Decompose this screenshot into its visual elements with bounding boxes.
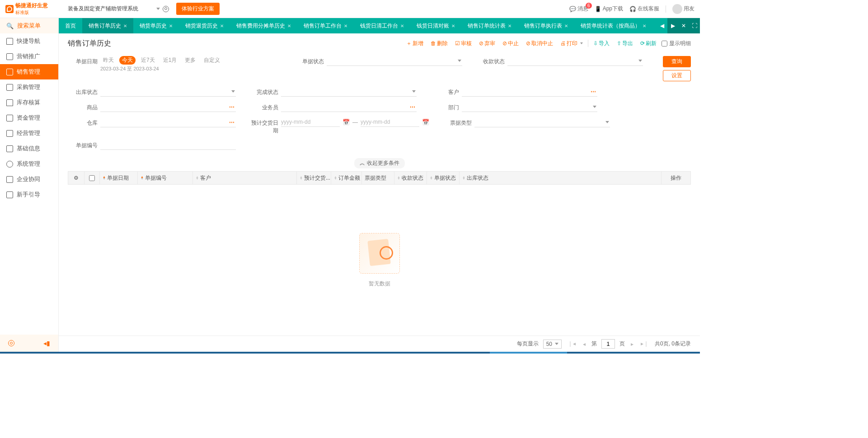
sidebar-item-collab[interactable]: 企业协同 bbox=[0, 172, 58, 187]
settings-button[interactable]: 设置 bbox=[663, 70, 691, 81]
stop-button[interactable]: ⊘中止 bbox=[500, 38, 521, 49]
close-icon[interactable]: ✕ bbox=[508, 23, 511, 28]
th-settings[interactable]: ⚙ bbox=[68, 172, 84, 184]
try-industry-button[interactable]: 体验行业方案 bbox=[176, 3, 220, 15]
tab-expense-alloc[interactable]: 销售费用分摊单历史✕ bbox=[230, 18, 297, 33]
th-checkbox[interactable] bbox=[84, 172, 100, 184]
add-button[interactable]: ＋新增 bbox=[404, 38, 426, 49]
page-input[interactable] bbox=[601, 339, 615, 349]
tab-order-exec[interactable]: 销售订单执行表✕ bbox=[518, 18, 574, 33]
sidebar-item-system[interactable]: 系统管理 bbox=[0, 156, 58, 172]
select-pay-status[interactable] bbox=[507, 56, 643, 66]
sidebar-item-inventory[interactable]: 库存核算 bbox=[0, 95, 58, 110]
close-icon[interactable]: ✕ bbox=[564, 23, 568, 28]
select-done-status[interactable] bbox=[281, 87, 417, 97]
th-date[interactable]: ▲▼单据日期 bbox=[100, 172, 138, 184]
picker-goods[interactable]: ⋯ bbox=[100, 102, 236, 112]
query-button[interactable]: 查询 bbox=[663, 56, 691, 67]
system-settings-icon[interactable] bbox=[163, 6, 169, 12]
tab-return-history[interactable]: 销货退货历史✕ bbox=[179, 18, 230, 33]
input-est-to[interactable] bbox=[361, 117, 419, 127]
chip-yesterday[interactable]: 昨天 bbox=[100, 56, 117, 65]
chip-custom[interactable]: 自定义 bbox=[201, 56, 223, 65]
th-no[interactable]: ▲▼单据编号 bbox=[138, 172, 193, 184]
page-prev[interactable]: ◂ bbox=[582, 341, 587, 347]
input-est-from[interactable] bbox=[281, 117, 340, 127]
close-icon[interactable]: ✕ bbox=[344, 23, 347, 28]
page-first[interactable]: ｜◂ bbox=[566, 340, 577, 348]
tab-sales-order-history[interactable]: 销售订单历史✕ bbox=[82, 18, 133, 33]
sidebar-item-quicknav[interactable]: 快捷导航 bbox=[0, 33, 58, 49]
tab-scroll-right[interactable]: ▶ bbox=[667, 18, 678, 33]
calendar-icon[interactable]: 📅 bbox=[343, 119, 350, 126]
tab-daily-workbench[interactable]: 钱货日清工作台✕ bbox=[354, 18, 410, 33]
close-icon[interactable]: ✕ bbox=[287, 23, 291, 28]
chip-7d[interactable]: 近7天 bbox=[138, 56, 158, 65]
collapse-conditions-button[interactable]: ︽收起更多条件 bbox=[354, 158, 405, 168]
tab-scroll-left[interactable]: ◀ bbox=[657, 18, 667, 33]
messages-button[interactable]: 💬 消息 6 bbox=[569, 5, 588, 13]
show-detail-checkbox[interactable] bbox=[662, 41, 667, 47]
close-icon[interactable]: ✕ bbox=[123, 23, 127, 28]
chip-today[interactable]: 今天 bbox=[119, 56, 136, 65]
calendar-icon[interactable]: 📅 bbox=[422, 119, 429, 126]
th-paystatus[interactable]: ▲▼收款状态 bbox=[394, 172, 427, 184]
picker-customer[interactable]: ⋯ bbox=[462, 87, 597, 97]
sidebar-collapse-icon[interactable]: ◂▮ bbox=[43, 340, 50, 347]
show-detail-toggle[interactable]: 显示明细 bbox=[662, 40, 691, 47]
audit-button[interactable]: ☑审核 bbox=[453, 38, 474, 49]
picker-bizman[interactable]: ⋯ bbox=[281, 102, 417, 112]
tab-close-all[interactable]: ✕ bbox=[678, 18, 689, 33]
th-amount[interactable]: ▲▼订单金额 bbox=[331, 172, 362, 184]
sidebar-item-sales[interactable]: 销售管理 bbox=[0, 64, 58, 79]
close-icon[interactable]: ✕ bbox=[643, 23, 646, 28]
chip-1m[interactable]: 近1月 bbox=[160, 56, 180, 65]
th-customer[interactable]: ▲▼客户 bbox=[193, 172, 297, 184]
tab-daily-recon[interactable]: 钱货日清对账✕ bbox=[410, 18, 461, 33]
chip-more[interactable]: 更多 bbox=[182, 56, 198, 65]
select-ticket-type[interactable] bbox=[474, 117, 610, 127]
unstop-button[interactable]: ⊘取消中止 bbox=[524, 38, 555, 49]
picker-warehouse[interactable]: ⋯ bbox=[100, 117, 236, 127]
system-dropdown[interactable]: 装备及固定资产辅助管理系统 bbox=[68, 4, 160, 14]
sidebar-item-purchase[interactable]: 采购管理 bbox=[0, 79, 58, 95]
th-delivery[interactable]: ▲▼预计交货... bbox=[297, 172, 331, 184]
close-icon[interactable]: ✕ bbox=[400, 23, 404, 28]
close-icon[interactable]: ✕ bbox=[451, 23, 455, 28]
th-outstatus[interactable]: ▲▼出库状态 bbox=[460, 172, 662, 184]
sidebar-item-basedata[interactable]: 基础信息 bbox=[0, 141, 58, 156]
export-button[interactable]: ⇧导出 bbox=[615, 38, 635, 49]
user-menu[interactable]: 用友 bbox=[672, 4, 694, 14]
app-download-button[interactable]: 📱 App下载 bbox=[595, 5, 623, 13]
th-ticket[interactable]: 票据类型 bbox=[362, 172, 394, 184]
support-button[interactable]: 🎧 在线客服 bbox=[629, 5, 659, 13]
sidebar-settings-icon[interactable] bbox=[8, 340, 14, 346]
discard-button[interactable]: ⊘弃审 bbox=[477, 38, 497, 49]
sidebar-item-marketing[interactable]: 营销推广 bbox=[0, 49, 58, 64]
input-bill-no[interactable] bbox=[100, 140, 236, 150]
page-last[interactable]: ▸｜ bbox=[639, 340, 650, 348]
sidebar-item-guide[interactable]: 新手引导 bbox=[0, 187, 58, 202]
page-next[interactable]: ▸ bbox=[629, 341, 635, 347]
tab-sales-bill-history[interactable]: 销货单历史✕ bbox=[133, 18, 179, 33]
import-button[interactable]: ⇩导入 bbox=[591, 38, 612, 49]
sidebar-item-operation[interactable]: 经营管理 bbox=[0, 126, 58, 141]
tab-home[interactable]: 首页 bbox=[59, 18, 82, 33]
tab-order-workbench[interactable]: 销售订单工作台✕ bbox=[297, 18, 354, 33]
delete-button[interactable]: 🗑删除 bbox=[428, 38, 450, 49]
sidebar-search[interactable]: 🔍 搜索菜单 bbox=[0, 18, 58, 33]
close-icon[interactable]: ✕ bbox=[220, 23, 224, 28]
tab-bill-stats-truncated[interactable]: 销货单统计 bbox=[652, 18, 657, 33]
select-bill-status[interactable] bbox=[327, 56, 462, 66]
sidebar-item-funds[interactable]: 资金管理 bbox=[0, 110, 58, 126]
select-all-checkbox[interactable] bbox=[89, 175, 95, 181]
refresh-button[interactable]: ⟳刷新 bbox=[638, 38, 659, 49]
tab-bill-stats-goods[interactable]: 销货单统计表（按商品）✕ bbox=[574, 18, 652, 33]
tab-fullscreen[interactable]: ⛶ bbox=[689, 18, 700, 33]
tab-order-stats[interactable]: 销售订单统计表✕ bbox=[461, 18, 518, 33]
select-out-status[interactable] bbox=[100, 87, 236, 97]
print-button[interactable]: 🖨打印 bbox=[558, 38, 585, 49]
page-size-select[interactable]: 50 bbox=[543, 340, 562, 349]
select-dept[interactable] bbox=[462, 102, 597, 112]
close-icon[interactable]: ✕ bbox=[169, 23, 173, 28]
